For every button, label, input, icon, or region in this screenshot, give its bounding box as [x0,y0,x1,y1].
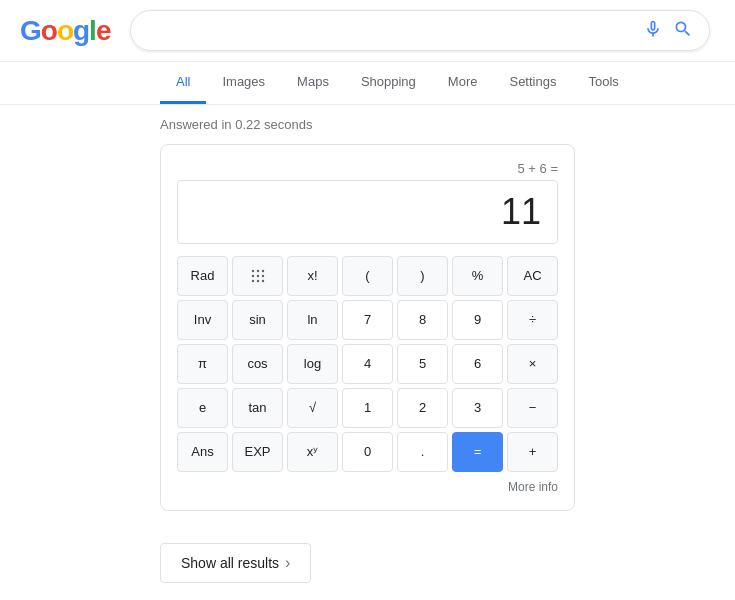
calc-btn-xfact[interactable]: x! [287,256,338,296]
calc-btn-log[interactable]: log [287,344,338,384]
calc-btn-five[interactable]: 5 [397,344,448,384]
calc-btn-nine[interactable]: 9 [452,300,503,340]
calc-btn-percent[interactable]: % [452,256,503,296]
tab-images[interactable]: Images [206,62,281,104]
calc-btn-sqrt[interactable]: √ [287,388,338,428]
calc-btn-seven[interactable]: 7 [342,300,393,340]
svg-point-6 [251,280,253,282]
calc-btn-exp[interactable]: EXP [232,432,283,472]
calc-btn-tan[interactable]: tan [232,388,283,428]
calc-btn-multiply[interactable]: × [507,344,558,384]
answered-time: Answered in 0.22 seconds [160,117,575,132]
calc-btn-two[interactable]: 2 [397,388,448,428]
calc-btn-divide[interactable]: ÷ [507,300,558,340]
logo-letter-g: G [20,15,41,46]
calc-btn-ln[interactable]: ln [287,300,338,340]
logo-letter-o1: o [41,15,57,46]
calc-btn-inv[interactable]: Inv [177,300,228,340]
calc-btn-minus[interactable]: − [507,388,558,428]
nav-tabs: All Images Maps Shopping More Settings T… [0,62,735,105]
chevron-right-icon: › [285,554,290,572]
calc-btn-dot[interactable]: . [397,432,448,472]
svg-point-5 [261,275,263,277]
search-bar: 5+6 [130,10,710,51]
calc-btn-ac[interactable]: AC [507,256,558,296]
calc-btn-equals[interactable]: = [452,432,503,472]
calc-btn-plus[interactable]: + [507,432,558,472]
logo-letter-e: e [96,15,111,46]
calc-btn-rad[interactable]: Rad [177,256,228,296]
calc-btn-sin[interactable]: sin [232,300,283,340]
calc-btn-e[interactable]: e [177,388,228,428]
tab-maps[interactable]: Maps [281,62,345,104]
calc-btn-zero[interactable]: 0 [342,432,393,472]
calc-btn-three[interactable]: 3 [452,388,503,428]
tab-tools[interactable]: Tools [572,62,634,104]
search-icon[interactable] [673,19,693,42]
svg-point-4 [256,275,258,277]
calc-expression: 5 + 6 = [177,161,558,176]
svg-point-1 [256,270,258,272]
tab-more[interactable]: More [432,62,494,104]
calc-btn-deg-grid[interactable] [232,256,283,296]
logo-letter-l: l [89,15,96,46]
calc-grid: Radx!()%ACInvsinln789÷πcoslog456×etan√12… [177,256,558,472]
calc-btn-one[interactable]: 1 [342,388,393,428]
calc-btn-pi[interactable]: π [177,344,228,384]
calculator-card: 5 + 6 = 11 Radx!()%ACInvsinln789÷πcoslog… [160,144,575,511]
content-area: Answered in 0.22 seconds 5 + 6 = 11 Radx… [0,105,735,595]
search-input[interactable]: 5+6 [147,22,635,40]
tab-all[interactable]: All [160,62,206,104]
tab-shopping[interactable]: Shopping [345,62,432,104]
nav-right: Settings Tools [493,62,634,104]
calc-btn-close-paren[interactable]: ) [397,256,448,296]
calc-btn-four[interactable]: 4 [342,344,393,384]
svg-point-8 [261,280,263,282]
header: Google 5+6 [0,0,735,62]
more-info-link[interactable]: More info [177,480,558,494]
calc-btn-ans[interactable]: Ans [177,432,228,472]
svg-point-7 [256,280,258,282]
google-logo: Google [20,15,110,47]
svg-point-2 [261,270,263,272]
calc-btn-six[interactable]: 6 [452,344,503,384]
svg-point-0 [251,270,253,272]
calc-display: 11 [177,180,558,244]
calc-btn-xpow[interactable]: xʸ [287,432,338,472]
calc-btn-open-paren[interactable]: ( [342,256,393,296]
tab-settings[interactable]: Settings [493,62,572,104]
calc-btn-cos[interactable]: cos [232,344,283,384]
logo-letter-o2: o [57,15,73,46]
calc-btn-eight[interactable]: 8 [397,300,448,340]
logo-letter-g2: g [73,15,89,46]
show-results-label: Show all results [181,555,279,571]
microphone-icon[interactable] [643,19,663,42]
svg-point-3 [251,275,253,277]
search-icons [643,19,693,42]
show-results-button[interactable]: Show all results › [160,543,311,583]
